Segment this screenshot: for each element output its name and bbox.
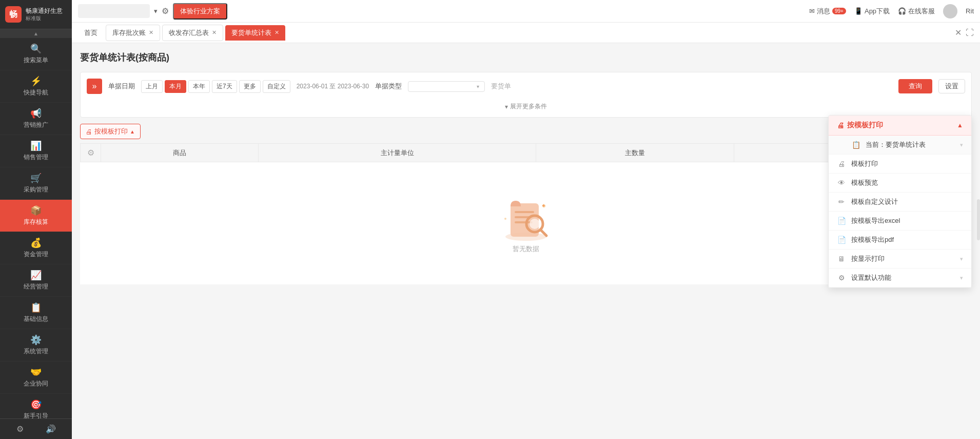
main-content: ▾ ⚙ 体验行业方案 ✉ 消息 99+ 📱 App下载 🎧 在线客服 Rit	[72, 0, 980, 439]
topbar-search-box[interactable]	[78, 4, 150, 18]
system-icon: ⚙️	[30, 334, 42, 346]
dropdown-title-label: 按模板打印	[847, 121, 883, 130]
template-print-label: 按模板打印	[94, 127, 128, 136]
sidebar-item-label: 快捷导航	[24, 88, 48, 97]
sidebar-bottom: ⚙ 🔊	[0, 418, 72, 439]
sidebar-item-guide[interactable]: 🎯 新手引导	[0, 394, 72, 418]
window-close-button[interactable]: ✕	[955, 28, 962, 37]
dropdown-template-print-icon: 🖨	[837, 160, 846, 168]
sidebar-item-enterprise[interactable]: 🤝 企业协同	[0, 361, 72, 394]
topbar: ▾ ⚙ 体验行业方案 ✉ 消息 99+ 📱 App下载 🎧 在线客服 Rit	[72, 0, 980, 23]
topbar-gear-icon[interactable]: ⚙	[162, 6, 169, 16]
dropdown-item-display-print[interactable]: 🖥 按显示打印 ▾	[829, 250, 971, 269]
app-download-button[interactable]: 📱 App下载	[854, 7, 890, 16]
tabs-bar: 首页 库存批次账 ✕ 收发存汇总表 ✕ 要货单统计表 ✕ ✕ ⛶	[72, 23, 980, 43]
sidebar-item-label: 营销推广	[24, 121, 48, 129]
tab-receipt-summary[interactable]: 收发存汇总表 ✕	[162, 25, 223, 41]
date-btn-7days[interactable]: 近7天	[212, 80, 237, 93]
tab-home[interactable]: 首页	[78, 25, 104, 41]
avatar[interactable]	[943, 4, 957, 18]
logo-subtitle: 标准版	[26, 15, 63, 22]
expand-more-button[interactable]: ▾ 展开更多条件	[505, 102, 547, 111]
settings-bottom-icon[interactable]: ⚙	[16, 424, 24, 434]
printer-icon: 🖨	[86, 128, 92, 136]
messages-button[interactable]: ✉ 消息 99+	[809, 7, 846, 16]
sidebar-item-purchase[interactable]: 🛒 采购管理	[0, 167, 72, 200]
template-print-arrow: ▲	[130, 129, 135, 135]
settings-button[interactable]: 设置	[938, 79, 965, 93]
dropdown-template-design-icon: ✏	[837, 198, 846, 206]
sidebar-item-label: 新手引导	[24, 412, 48, 418]
trial-button[interactable]: 体验行业方案	[173, 3, 227, 20]
tab-home-label: 首页	[84, 28, 97, 37]
dropdown-current-icon: 📋	[851, 141, 860, 149]
sound-icon[interactable]: 🔊	[46, 424, 56, 434]
dropdown-item-template-design[interactable]: ✏ 模板自定义设计	[829, 193, 971, 212]
template-print-button[interactable]: 🖨 按模板打印 ▲	[80, 124, 141, 139]
tab-inventory-batch-close[interactable]: ✕	[149, 29, 153, 36]
category-filter-label: 要货单	[491, 82, 511, 91]
sidebar-nav: ▲ 🔍 搜索菜单 ⚡ 快捷导航 📢 营销推广 📊 销售管理 🛒 采购管理 📦 库…	[0, 29, 72, 418]
tab-order-stats-close[interactable]: ✕	[275, 29, 279, 36]
dropdown-item-set-default[interactable]: ⚙ 设置默认功能 ▾	[829, 269, 971, 288]
sidebar-scroll-up[interactable]: ▲	[0, 29, 72, 38]
sidebar-item-label: 采购管理	[24, 185, 48, 194]
operation-icon: 📈	[30, 270, 42, 281]
dropdown-set-default-icon: ⚙	[837, 274, 846, 282]
username[interactable]: Rit	[966, 7, 974, 15]
date-btn-custom[interactable]: 自定义	[263, 80, 290, 93]
sidebar-item-sales[interactable]: 📊 销售管理	[0, 135, 72, 167]
dropdown-display-print-left: 🖥 按显示打印	[837, 254, 885, 263]
toolbar-left: 🖨 按模板打印 ▲	[80, 124, 141, 139]
message-icon: ✉	[809, 7, 815, 15]
dropdown-header: 🖨 按模板打印 ▲	[829, 116, 971, 136]
date-btn-more[interactable]: 更多	[239, 80, 261, 93]
sidebar-item-label: 搜索菜单	[24, 56, 48, 65]
search-icon: 🔍	[30, 43, 42, 54]
messages-label: 消息	[817, 7, 830, 16]
filter-expand-button[interactable]: »	[87, 79, 102, 94]
sidebar-item-operation[interactable]: 📈 经营管理	[0, 264, 72, 297]
expand-more-label: 展开更多条件	[510, 102, 547, 111]
online-service-button[interactable]: 🎧 在线客服	[898, 7, 935, 16]
date-btn-last-month[interactable]: 上月	[141, 80, 163, 93]
window-maximize-button[interactable]: ⛶	[966, 28, 974, 37]
dropdown-collapse-arrow[interactable]: ▲	[957, 122, 963, 129]
logo-title: 畅康通好生意	[26, 7, 63, 15]
tab-order-stats[interactable]: 要货单统计表 ✕	[225, 25, 285, 41]
table-settings-icon[interactable]: ⚙	[87, 148, 94, 157]
date-btn-this-year[interactable]: 本年	[188, 80, 210, 93]
filter-bar: » 单据日期 上月 本月 本年 近7天 更多 自定义 2023-06-01 至 …	[80, 72, 972, 118]
sidebar-item-label: 系统管理	[24, 347, 48, 356]
date-filter-label: 单据日期	[108, 82, 135, 91]
svg-point-6	[530, 219, 540, 229]
dropdown-set-default-label: 设置默认功能	[851, 273, 891, 282]
dropdown-current-template[interactable]: 📋 当前：要货单统计表 ▾	[829, 136, 971, 155]
date-btn-this-month[interactable]: 本月	[165, 80, 186, 93]
tab-inventory-batch[interactable]: 库存批次账 ✕	[106, 25, 160, 41]
sidebar-item-base[interactable]: 📋 基础信息	[0, 297, 72, 329]
guide-icon: 🎯	[30, 399, 42, 410]
logo-icon: 畅	[5, 6, 22, 23]
dropdown-print-icon: 🖨	[837, 121, 844, 129]
template-print-dropdown: 🖨 按模板打印 ▲ 📋 当前：要货单统计表 ▾ 🖨 模板打印 👁 模板预览 ✏	[828, 115, 972, 288]
dropdown-item-template-print[interactable]: 🖨 模板打印	[829, 155, 971, 174]
dropdown-item-template-preview[interactable]: 👁 模板预览	[829, 174, 971, 193]
dropdown-item-export-excel[interactable]: 📄 按模板导出excel	[829, 212, 971, 231]
sidebar-item-shortcut[interactable]: ⚡ 快捷导航	[0, 70, 72, 103]
sidebar-item-system[interactable]: ⚙️ 系统管理	[0, 329, 72, 361]
table-col-quantity: 主数量	[536, 144, 734, 162]
query-button[interactable]: 查询	[898, 79, 932, 93]
sidebar-item-search[interactable]: 🔍 搜索菜单	[0, 38, 72, 70]
sidebar-item-finance[interactable]: 💰 资金管理	[0, 232, 72, 264]
table-col-product: 商品	[101, 144, 259, 162]
dropdown-item-export-pdf[interactable]: 📄 按模板导出pdf	[829, 231, 971, 250]
tab-receipt-summary-close[interactable]: ✕	[212, 29, 217, 36]
tab-inventory-batch-label: 库存批次账	[112, 28, 146, 37]
finance-icon: 💰	[30, 237, 42, 249]
type-filter-select[interactable]: ▾	[408, 81, 485, 92]
topbar-dropdown-arrow[interactable]: ▾	[154, 7, 158, 15]
sidebar-item-marketing[interactable]: 📢 营销推广	[0, 103, 72, 135]
sidebar-item-inventory[interactable]: 📦 库存核算	[0, 200, 72, 232]
table-col-unit: 主计量单位	[258, 144, 536, 162]
